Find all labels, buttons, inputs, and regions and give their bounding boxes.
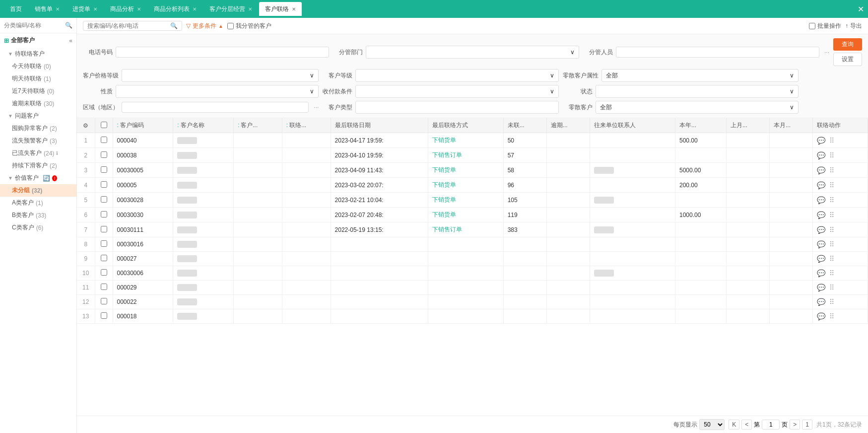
tab-customer-seg[interactable]: 客户分层经营 ✕ bbox=[203, 2, 258, 16]
row-select-checkbox[interactable] bbox=[101, 284, 107, 290]
row-checkbox[interactable] bbox=[95, 178, 113, 193]
sidebar-item-churned[interactable]: 已流失客户 (24) ℹ bbox=[0, 147, 76, 159]
action-chat-icon[interactable]: 💬 bbox=[817, 269, 825, 277]
sidebar-item-overdue-pending[interactable]: 逾期未联络 (30) bbox=[0, 97, 76, 110]
action-chat-icon[interactable]: 💬 bbox=[817, 255, 825, 263]
current-page-input[interactable] bbox=[762, 420, 780, 430]
page-size-dropdown[interactable]: 50 20 100 bbox=[699, 419, 725, 430]
sidebar-search-icon[interactable]: 🔍 bbox=[65, 22, 72, 29]
action-more-icon[interactable]: ⠿ bbox=[829, 240, 834, 248]
filter-price-level-select[interactable]: ∨ bbox=[122, 69, 319, 82]
search-input[interactable] bbox=[87, 22, 168, 29]
action-more-icon[interactable]: ⠿ bbox=[829, 196, 834, 204]
row-checkbox[interactable] bbox=[95, 266, 113, 281]
tab-sales-close[interactable]: ✕ bbox=[56, 6, 60, 12]
sidebar-item-ungroup[interactable]: 未分组 (32) bbox=[0, 184, 76, 197]
row-select-checkbox[interactable] bbox=[101, 255, 107, 261]
action-more-icon[interactable]: ⠿ bbox=[829, 255, 834, 263]
filter-manager-input[interactable] bbox=[616, 47, 819, 58]
settings-col-header[interactable]: ⚙ bbox=[77, 118, 95, 133]
select-all-checkbox[interactable] bbox=[101, 122, 107, 128]
sidebar-item-today-pending[interactable]: 今天待联络 (0) bbox=[0, 60, 76, 72]
last-page-btn[interactable]: 1 bbox=[802, 420, 812, 430]
action-chat-icon[interactable]: 💬 bbox=[817, 196, 825, 204]
action-more-icon[interactable]: ⠿ bbox=[829, 137, 834, 144]
filter-retail-customer-select[interactable]: 全部 ∨ bbox=[596, 101, 799, 114]
sidebar-item-class-b[interactable]: B类客户 (33) bbox=[0, 209, 76, 221]
next-page-btn[interactable]: > bbox=[790, 420, 800, 430]
tab-analysis[interactable]: 商品分析 ✕ bbox=[104, 2, 147, 16]
row-checkbox[interactable] bbox=[95, 208, 113, 222]
row-select-checkbox[interactable] bbox=[101, 166, 107, 173]
row-select-checkbox[interactable] bbox=[101, 226, 107, 232]
contact-method-link[interactable]: 下销货单 bbox=[432, 181, 456, 188]
filter-dept-select[interactable]: ∨ bbox=[366, 46, 579, 59]
query-btn[interactable]: 查询 bbox=[833, 38, 862, 51]
action-more-icon[interactable]: ⠿ bbox=[829, 226, 834, 234]
tab-customer-contact-close[interactable]: ✕ bbox=[292, 6, 296, 12]
search-icon[interactable]: 🔍 bbox=[170, 22, 178, 29]
export-btn[interactable]: ↑ 导出 bbox=[845, 22, 862, 30]
reset-btn[interactable]: 设置 bbox=[833, 53, 862, 66]
action-more-icon[interactable]: ⠿ bbox=[829, 298, 834, 306]
action-more-icon[interactable]: ⠿ bbox=[829, 312, 834, 320]
row-select-checkbox[interactable] bbox=[101, 137, 107, 143]
row-select-checkbox[interactable] bbox=[101, 298, 107, 304]
action-more-icon[interactable]: ⠿ bbox=[829, 181, 834, 189]
tab-customer-contact[interactable]: 客户联络 ✕ bbox=[259, 2, 302, 16]
action-chat-icon[interactable]: 💬 bbox=[817, 284, 825, 291]
sidebar-item-7days-pending[interactable]: 近7天待联络 (0) bbox=[0, 85, 76, 97]
my-customer-checkbox[interactable] bbox=[227, 23, 234, 29]
filter-customer-level-select[interactable]: ∨ bbox=[355, 69, 558, 82]
filter-retail-attr-select[interactable]: 全部 ∨ bbox=[601, 69, 799, 82]
sidebar-item-churn-warning[interactable]: 流失预警客户 (3) bbox=[0, 135, 76, 147]
contact-method-link[interactable]: 下销货单 bbox=[432, 211, 456, 218]
more-filter-btn[interactable]: ▽ 更多条件 ▲ bbox=[186, 22, 223, 30]
contact-method-link[interactable]: 下销货单 bbox=[432, 196, 456, 203]
row-select-checkbox[interactable] bbox=[101, 312, 107, 319]
tab-analysis-close[interactable]: ✕ bbox=[137, 6, 141, 12]
action-chat-icon[interactable]: 💬 bbox=[817, 181, 825, 189]
filter-payment-select[interactable]: ∨ bbox=[355, 85, 558, 98]
bulk-op-checkbox[interactable] bbox=[809, 23, 815, 29]
row-checkbox[interactable] bbox=[95, 193, 113, 208]
collapse-sidebar-btn[interactable]: « bbox=[69, 37, 72, 44]
sidebar-group-value[interactable]: ▼ 价值客户 🔄 ! bbox=[0, 172, 76, 184]
tab-purchase-close[interactable]: ✕ bbox=[93, 6, 97, 12]
checkbox-col-header[interactable] bbox=[95, 118, 113, 133]
tab-home[interactable]: 首页 bbox=[4, 2, 28, 16]
action-more-icon[interactable]: ⠿ bbox=[829, 269, 834, 277]
sidebar-item-class-a[interactable]: A类客户 (1) bbox=[0, 197, 76, 209]
filter-customer-type-select[interactable] bbox=[355, 101, 558, 114]
filter-nature-select[interactable]: ∨ bbox=[116, 85, 319, 98]
row-select-checkbox[interactable] bbox=[101, 269, 107, 276]
prev-page-btn[interactable]: < bbox=[741, 420, 752, 430]
sidebar-item-declining[interactable]: 持续下滑客户 (2) bbox=[0, 159, 76, 172]
filter-region-input[interactable] bbox=[122, 102, 309, 113]
sidebar-item-tomorrow-pending[interactable]: 明天待联络 (1) bbox=[0, 72, 76, 85]
row-checkbox[interactable] bbox=[95, 295, 113, 309]
contact-method-link[interactable]: 下销货单 bbox=[432, 166, 456, 173]
tab-analysis-list[interactable]: 商品分析列表 ✕ bbox=[148, 2, 202, 16]
action-more-icon[interactable]: ⠿ bbox=[829, 166, 834, 174]
action-chat-icon[interactable]: 💬 bbox=[817, 240, 825, 248]
contact-method-link[interactable]: 下销售订单 bbox=[432, 151, 462, 158]
action-chat-icon[interactable]: 💬 bbox=[817, 151, 825, 159]
row-checkbox[interactable] bbox=[95, 237, 113, 252]
action-chat-icon[interactable]: 💬 bbox=[817, 298, 825, 306]
row-checkbox[interactable] bbox=[95, 133, 113, 148]
row-checkbox[interactable] bbox=[95, 148, 113, 163]
action-chat-icon[interactable]: 💬 bbox=[817, 137, 825, 144]
filter-status-select[interactable]: ∨ bbox=[596, 85, 799, 98]
filter-manager-dots[interactable]: ··· bbox=[824, 49, 829, 56]
tab-sales[interactable]: 销售单 ✕ bbox=[29, 2, 66, 16]
row-select-checkbox[interactable] bbox=[101, 151, 107, 158]
sidebar-item-class-c[interactable]: C类客户 (6) bbox=[0, 221, 76, 234]
row-checkbox[interactable] bbox=[95, 222, 113, 237]
filter-region-dots[interactable]: ··· bbox=[314, 104, 319, 111]
row-select-checkbox[interactable] bbox=[101, 211, 107, 217]
my-customer-check[interactable]: 我分管的客户 bbox=[227, 22, 271, 30]
action-chat-icon[interactable]: 💬 bbox=[817, 226, 825, 234]
tab-customer-seg-close[interactable]: ✕ bbox=[248, 6, 252, 12]
tab-analysis-list-close[interactable]: ✕ bbox=[193, 6, 197, 12]
